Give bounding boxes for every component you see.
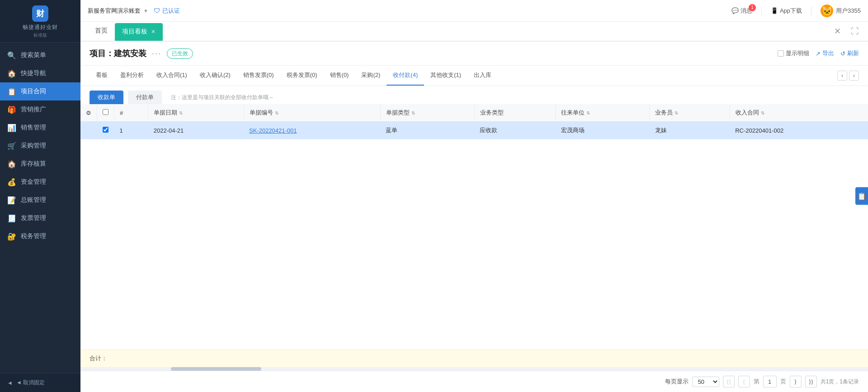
subtab-sales[interactable]: 销售(0) (324, 66, 355, 86)
subtab-nav: ‹ › (837, 71, 859, 81)
message-icon: 💬 (731, 7, 739, 14)
tab-project-board-label: 项目看板 (122, 28, 147, 36)
table-total-label: 合计： (90, 354, 107, 363)
next-page-button[interactable]: ⟩ (790, 376, 802, 387)
sidebar-item-quick-nav[interactable]: 🏠快捷导航 (0, 64, 80, 82)
message-button[interactable]: 💬 消息 1 (731, 7, 752, 15)
col-code[interactable]: 单据编号 ⇅ (244, 104, 380, 122)
pin-icon: ◄ (7, 380, 13, 386)
topbar-divider1 (761, 6, 762, 15)
sidebar-item-label: 快捷导航 (21, 69, 46, 77)
tab-project-board[interactable]: 项目看板 ✕ (115, 23, 163, 41)
subtab-sales-invoice[interactable]: 销售发票(0) (237, 66, 280, 86)
sidebar-item-label: 库存核算 (21, 160, 46, 168)
sidebar-item-ledger-mgmt[interactable]: 📝总账管理 (0, 191, 80, 209)
col-income-contract[interactable]: 收入合同 ⇅ (730, 104, 868, 122)
refresh-label: 刷新 (847, 49, 859, 57)
col-partner[interactable]: 往来单位 ⇅ (556, 104, 650, 122)
col-code-sort-icon[interactable]: ⇅ (275, 110, 278, 115)
sidebar-item-purchase-mgmt[interactable]: 🛒采购管理 (0, 137, 80, 155)
float-feedback-button[interactable]: 📋 (855, 187, 868, 205)
table-row[interactable]: 1 2022-04-21 SK-20220421-001 蓝单 应收款 宏茂商场… (80, 122, 868, 139)
subtab-income-confirm[interactable]: 收入确认(2) (193, 66, 237, 86)
app-title: 畅捷通好业财 (23, 24, 58, 31)
sidebar-item-search[interactable]: 🔍搜索菜单 (0, 46, 80, 64)
col-settings[interactable]: ⚙ (80, 104, 97, 122)
table-scrollbar-thumb[interactable] (171, 367, 261, 371)
subtab-next-btn[interactable]: › (849, 71, 859, 81)
cell-code[interactable]: SK-20220421-001 (244, 122, 380, 139)
subtab-tax-invoice[interactable]: 税务发票(0) (280, 66, 324, 86)
subtab-other-income[interactable]: 其他收支(1) (424, 66, 467, 86)
show-detail-label: 显示明细 (786, 49, 809, 57)
col-income-contract-sort-icon[interactable]: ⇅ (761, 110, 764, 115)
project-more-button[interactable]: ··· (152, 49, 161, 58)
show-detail-checkbox[interactable]: 显示明细 (778, 49, 809, 57)
tab-home[interactable]: 首页 (88, 22, 115, 41)
sidebar-item-tax-mgmt[interactable]: 🔐税务管理 (0, 227, 80, 245)
col-date-sort-icon[interactable]: ⇅ (179, 110, 183, 115)
col-doc-type[interactable]: 单据类型 ⇅ (380, 104, 474, 122)
sidebar-item-invoice-mgmt[interactable]: 🧾发票管理 (0, 209, 80, 227)
subtab-inout[interactable]: 出入库 (467, 66, 498, 86)
subtab-purchase[interactable]: 采购(2) (355, 66, 387, 86)
current-page: 1 (763, 376, 777, 387)
topbar-divider2 (811, 6, 811, 15)
certified-label: 已认证 (162, 7, 180, 15)
cell-num: 1 (114, 122, 148, 139)
table-scrollbar[interactable] (80, 367, 868, 371)
cell-checkbox[interactable] (97, 122, 114, 139)
inventory-icon: 🏠 (7, 159, 16, 168)
subtab-receipt-payment[interactable]: 收付款(4) (387, 66, 424, 86)
col-salesperson[interactable]: 业务员 ⇅ (650, 104, 730, 122)
inner-tab-receipt[interactable]: 收款单 (90, 91, 123, 104)
app-download-label: App下载 (780, 7, 802, 15)
subtab-board[interactable]: 看板 (90, 66, 114, 86)
cell-date: 2022-04-21 (148, 122, 244, 139)
inner-tab-payment[interactable]: 付款单 (128, 91, 162, 104)
tab-close-icon[interactable]: ✕ (151, 29, 156, 35)
export-label: 导出 (822, 49, 834, 57)
last-page-button[interactable]: ⟩⟩ (805, 376, 817, 387)
project-title: 项目：建筑安装 (90, 48, 146, 59)
project-contract-icon: 📋 (7, 87, 16, 96)
select-all-checkbox[interactable] (103, 109, 108, 115)
subtab-prev-btn[interactable]: ‹ (837, 71, 847, 81)
refresh-button[interactable]: ↺ 刷新 (840, 49, 859, 57)
page-size-select[interactable]: 50 100 200 (692, 377, 719, 387)
window-close-button[interactable]: ✕ (834, 26, 841, 36)
col-partner-label: 往来单位 (561, 109, 585, 117)
detail-checkbox-box[interactable] (778, 50, 784, 57)
search-icon: 🔍 (7, 51, 16, 60)
row-checkbox[interactable] (103, 127, 108, 133)
sidebar-item-inventory[interactable]: 🏠库存核算 (0, 155, 80, 173)
user-menu[interactable]: 🐱 用户3355 (821, 5, 861, 17)
col-date[interactable]: 单据日期 ⇅ (148, 104, 244, 122)
inner-tabs: 收款单 付款单 注：这里是与项目关联的全部收付款单哦～ (80, 86, 868, 104)
project-header: 项目：建筑安装 ··· 已生效 显示明细 ↗ 导出 ↺ 刷新 (80, 42, 868, 66)
col-salesperson-sort-icon[interactable]: ⇅ (675, 110, 678, 115)
purchase-mgmt-icon: 🛒 (7, 141, 16, 150)
data-table-wrap: ⚙ # 单据日期 ⇅ (80, 104, 868, 349)
sidebar-item-label: 营销推广 (21, 105, 46, 114)
subtab-profit[interactable]: 盈利分析 (114, 66, 150, 86)
subtab-income-contract[interactable]: 收入合同(1) (150, 66, 193, 86)
settings-icon[interactable]: ⚙ (86, 110, 91, 116)
col-partner-sort-icon[interactable]: ⇅ (586, 110, 590, 115)
app-download-button[interactable]: 📱 App下载 (771, 7, 802, 15)
sidebar-item-funds-mgmt[interactable]: 💰资金管理 (0, 173, 80, 191)
account-selector[interactable]: 新服务官网演示账套 ▼ (88, 7, 148, 15)
sidebar-item-sales-mgmt[interactable]: 📊销售管理 (0, 119, 80, 137)
prev-page-button[interactable]: ⟨ (738, 376, 750, 387)
window-expand-button[interactable]: ⛶ (851, 27, 859, 36)
col-doc-type-sort-icon[interactable]: ⇅ (411, 110, 415, 115)
sidebar-item-label: 发票管理 (21, 214, 46, 222)
first-page-button[interactable]: ⟨⟨ (723, 376, 735, 387)
sidebar-item-project-contract[interactable]: 📋项目合同 (0, 82, 80, 100)
sidebar-item-marketing[interactable]: 🎁营销推广 (0, 100, 80, 119)
ledger-mgmt-icon: 📝 (7, 196, 16, 205)
export-button[interactable]: ↗ 导出 (816, 49, 834, 57)
page-label-prefix: 第 (754, 378, 760, 386)
sidebar-footer-pin[interactable]: ◄ ◄ 取消固定 (0, 373, 80, 392)
cell-code-link[interactable]: SK-20220421-001 (249, 127, 297, 134)
